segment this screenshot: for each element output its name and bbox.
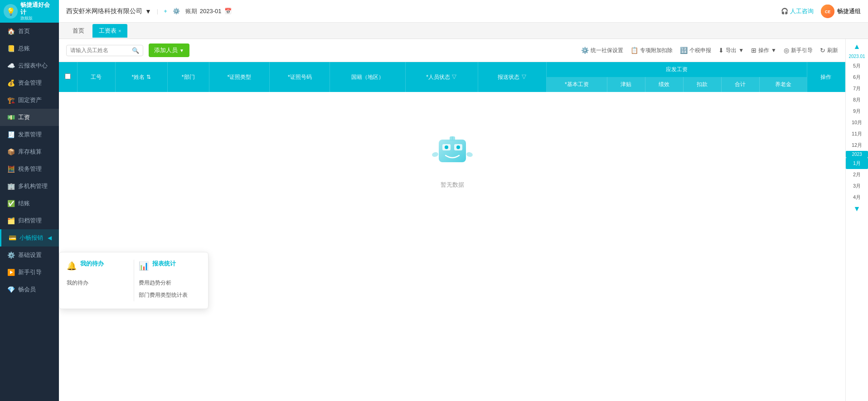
svg-point-5 <box>445 145 448 149</box>
sidebar-item-ledger[interactable]: 📒 总账 <box>0 40 59 57</box>
period-value: 2023-01 <box>200 8 222 14</box>
empty-text: 暂无数据 <box>441 181 464 189</box>
service-label: 人工咨询 <box>790 7 814 15</box>
special-deduction-btn[interactable]: 📋 专项附加扣除 <box>630 47 673 54</box>
month-sidebar: ▲ 2023.01 5月 6月 7月 8月 9月 10月 11月 12月 202… <box>845 39 868 401</box>
month-nav-up[interactable]: ▲ <box>852 41 863 53</box>
close-account-icon: ✅ <box>7 200 15 207</box>
sidebar-item-multi-org[interactable]: 🏢 多机构管理 <box>0 178 59 195</box>
employee-table: 工号 *姓名 ⇅ *部门 *证照类型 *证照号码 国籍（地区） *人员状态 ▽ … <box>59 62 845 92</box>
sidebar-item-cloud-report[interactable]: ☁️ 云报表中心 <box>0 57 59 74</box>
sidebar-item-label: 首页 <box>18 27 30 35</box>
popup-item-my-todo[interactable]: 我的待办 <box>67 277 129 289</box>
settings-nav-icon: ⚙️ <box>7 251 15 259</box>
settings-icon[interactable]: ⚙️ <box>173 8 180 14</box>
sidebar-item-label: 新手引导 <box>18 268 42 276</box>
table-header-row1: 工号 *姓名 ⇅ *部门 *证照类型 *证照号码 国籍（地区） *人员状态 ▽ … <box>59 62 845 77</box>
export-btn[interactable]: ⬇ 导出 ▼ <box>718 47 744 54</box>
expense-icon: 💳 <box>9 234 16 242</box>
sidebar-item-tax[interactable]: 🧮 税务管理 <box>0 160 59 178</box>
month-8[interactable]: 8月 <box>846 94 868 106</box>
tax-icon: 🧮 <box>7 165 15 173</box>
report-section-title: 报表统计 <box>152 260 176 268</box>
search-input[interactable] <box>70 47 129 53</box>
popup-item-cost-trend[interactable]: 费用趋势分析 <box>139 277 201 289</box>
select-all-checkbox[interactable] <box>65 73 71 79</box>
sidebar-item-inventory[interactable]: 📦 库存核算 <box>0 143 59 160</box>
table-checkbox-header[interactable] <box>59 62 77 92</box>
todo-section-title: 我的待办 <box>80 260 104 268</box>
tabbar: 首页 工资表 × <box>59 23 868 39</box>
month-12[interactable]: 12月 <box>846 140 868 151</box>
tab-salary[interactable]: 工资表 × <box>92 24 127 38</box>
ops-btn[interactable]: ⊞ 操作 ▼ <box>751 47 776 54</box>
sidebar-item-settings[interactable]: ⚙️ 基础设置 <box>0 246 59 264</box>
topbar-right: 🎧 人工咨询 CE 畅捷通组 <box>781 5 861 18</box>
add-person-button[interactable]: 添加人员 ▼ <box>149 43 189 57</box>
sidebar-item-label: 归档管理 <box>18 217 42 225</box>
cloud-icon: ☁️ <box>7 62 15 69</box>
export-dropdown-icon: ▼ <box>738 47 744 53</box>
sort-name-icon[interactable]: ⇅ <box>146 74 151 80</box>
month-2[interactable]: 2月 <box>846 169 868 180</box>
month-3[interactable]: 3月 <box>846 180 868 192</box>
month-10[interactable]: 10月 <box>846 117 868 128</box>
filter-status-icon[interactable]: ▽ <box>451 74 457 80</box>
add-person-dropdown-icon: ▼ <box>179 48 184 53</box>
sidebar-item-invoice[interactable]: 🧾 发票管理 <box>0 126 59 143</box>
sidebar-item-label: 税务管理 <box>18 165 42 173</box>
filter-submit-icon[interactable]: ▽ <box>521 74 527 80</box>
sidebar-item-close-account[interactable]: ✅ 结账 <box>0 195 59 212</box>
month-4[interactable]: 4月 <box>846 192 868 203</box>
th-submit-status: 报送状态 ▽ <box>478 62 547 92</box>
member-icon: 💎 <box>7 286 15 293</box>
month-6[interactable]: 6月 <box>846 72 868 83</box>
sidebar-item-label: 小畅报销 <box>19 234 43 242</box>
sidebar-item-archive[interactable]: 🗂️ 归档管理 <box>0 212 59 229</box>
svg-point-10 <box>466 151 473 157</box>
tax-report-btn[interactable]: 🔢 个税申报 <box>680 47 711 54</box>
social-security-btn[interactable]: ⚙️ 统一社保设置 <box>581 47 623 54</box>
sidebar-item-label: 畅会员 <box>18 285 36 294</box>
search-wrap: 🔍 <box>66 45 143 56</box>
empty-illustration <box>430 128 475 174</box>
tab-home[interactable]: 首页 <box>66 24 91 38</box>
sidebar-item-salary[interactable]: 💵 工资 <box>0 109 59 126</box>
calendar-icon[interactable]: 📅 <box>224 8 232 14</box>
sidebar-item-assets[interactable]: 🏗️ 固定资产 <box>0 92 59 109</box>
month-5[interactable]: 5月 <box>846 60 868 72</box>
sidebar-item-label: 资金管理 <box>18 79 42 87</box>
month-nav-down[interactable]: ▼ <box>852 203 863 215</box>
company-selector[interactable]: 西安虾米网络科技有限公司 ▼ <box>66 7 151 15</box>
month-7[interactable]: 7月 <box>846 83 868 94</box>
th-id-number: *证照号码 <box>270 62 330 92</box>
salary-container: 🔍 添加人员 ▼ ⚙️ 统一社保设置 📋 专项附加扣除 <box>59 39 845 401</box>
service-btn[interactable]: 🎧 人工咨询 <box>781 7 814 15</box>
refresh-btn[interactable]: ↻ 刷新 <box>820 47 838 54</box>
tax-report-label: 个税申报 <box>689 47 711 54</box>
sidebar-item-guide[interactable]: ▶️ 新手引导 <box>0 264 59 281</box>
sidebar-item-expense[interactable]: 💳 小畅报销 ◀ <box>0 229 59 246</box>
svg-rect-2 <box>439 140 466 162</box>
th-base-salary: *基本工资 <box>547 77 607 92</box>
th-deduction: 扣款 <box>683 77 721 92</box>
month-1[interactable]: 1月 <box>846 158 868 169</box>
sidebar-item-member[interactable]: 💎 畅会员 <box>0 281 59 298</box>
sidebar-item-fund[interactable]: 💰 资金管理 <box>0 74 59 92</box>
guide-btn[interactable]: ◎ 新手引导 <box>784 47 813 54</box>
month-11[interactable]: 11月 <box>846 128 868 140</box>
ledger-icon: 📒 <box>7 45 15 52</box>
sidebar-item-label: 库存核算 <box>18 148 42 156</box>
inventory-icon: 📦 <box>7 148 15 155</box>
content-area: 🔍 添加人员 ▼ ⚙️ 统一社保设置 📋 专项附加扣除 <box>59 39 868 401</box>
th-pension: 养老金 <box>760 77 807 92</box>
empty-state: 暂无数据 <box>59 92 845 225</box>
month-9[interactable]: 9月 <box>846 106 868 117</box>
tab-close-icon[interactable]: × <box>118 28 121 34</box>
add-company-btn[interactable]: + <box>164 8 167 14</box>
sidebar-item-home[interactable]: 🏠 首页 <box>0 23 59 40</box>
popup-item-dept-cost[interactable]: 部门费用类型统计表 <box>139 289 201 301</box>
archive-icon: 🗂️ <box>7 217 15 224</box>
company-dropdown-icon: ▼ <box>145 8 151 15</box>
user-profile[interactable]: CE 畅捷通组 <box>821 5 861 18</box>
